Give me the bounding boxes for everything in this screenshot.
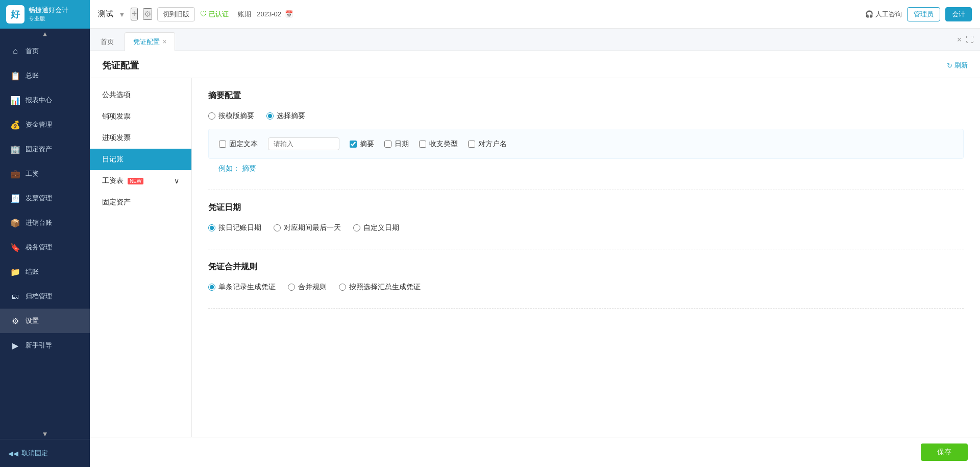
sidebar-item-tax[interactable]: 🔖 税务管理 (0, 235, 90, 260)
sidebar-scroll-up[interactable]: ▲ (0, 29, 90, 39)
sidebar-item-reports[interactable]: 📊 报表中心 (0, 88, 90, 112)
sidebar-item-archive[interactable]: 🗂 归档管理 (0, 284, 90, 309)
radio-template-input[interactable] (208, 112, 215, 120)
consult-button[interactable]: 🎧 人工咨询 (865, 10, 902, 19)
merge-radio-group: 单条记录生成凭证 合并规则 按照选择汇总生成凭证 (208, 283, 964, 292)
sidebar-item-label: 首页 (26, 46, 39, 56)
sidebar-item-fixed-assets[interactable]: 🏢 固定资产 (0, 137, 90, 161)
sidebar-item-guide[interactable]: ▶ 新手引导 (0, 333, 90, 358)
sidebar-item-settings[interactable]: ⚙ 设置 (0, 309, 90, 333)
radio-select-input[interactable] (266, 112, 274, 120)
sidebar-item-ledger[interactable]: 📋 总账 (0, 63, 90, 88)
radio-single-record[interactable]: 单条记录生成凭证 (208, 283, 276, 292)
divider-3 (208, 308, 964, 309)
radio-select-label: 选择摘要 (277, 111, 305, 121)
summary-checkbox-row: 固定文本 摘要 日期 收支类型 (208, 129, 964, 159)
manager-button[interactable]: 管理员 (907, 7, 940, 21)
radio-template-label: 按模版摘要 (218, 111, 254, 121)
footer: 保存 (90, 437, 980, 467)
sidebar-item-invoice[interactable]: 🧾 发票管理 (0, 186, 90, 211)
radio-single-input[interactable] (208, 284, 215, 291)
certified-status: 🛡 已认证 (200, 10, 229, 19)
counterpart-label: 对方户名 (478, 139, 507, 149)
radio-merge-label: 合并规则 (298, 283, 327, 292)
radio-journal-date-input[interactable] (208, 224, 215, 231)
tab-close-icon[interactable]: × (163, 38, 166, 45)
sidebar-item-sales-ledger[interactable]: 📦 进销台账 (0, 211, 90, 235)
refresh-icon: ↻ (947, 62, 952, 69)
ledger-icon: 📋 (10, 71, 20, 81)
add-button[interactable]: + (131, 8, 138, 20)
funds-icon: 💰 (10, 120, 20, 130)
tab-bar: 首页 凭证配置 × × ⛶ (90, 29, 980, 51)
radio-journal-date[interactable]: 按日记账日期 (208, 223, 261, 232)
summary-section-title: 摘要配置 (208, 90, 964, 101)
income-type-label: 收支类型 (429, 139, 458, 149)
sidebar-item-label: 结账 (26, 267, 39, 276)
home-icon: ⌂ (10, 46, 20, 56)
fixed-text-checkbox[interactable] (219, 141, 226, 148)
sidebar-item-label: 税务管理 (26, 243, 52, 252)
tax-icon: 🔖 (10, 243, 20, 252)
tab-voucher-config[interactable]: 凭证配置 × (125, 32, 175, 51)
summary-checkbox[interactable] (350, 141, 357, 148)
radio-summary-generate[interactable]: 按照选择汇总生成凭证 (339, 283, 421, 292)
switch-old-version-button[interactable]: 切到旧版 (157, 7, 195, 21)
radio-journal-date-label: 按日记账日期 (218, 223, 261, 232)
sidebar-item-home[interactable]: ⌂ 首页 (0, 39, 90, 63)
fixed-text-input[interactable] (268, 137, 339, 150)
radio-period-last-input[interactable] (274, 224, 281, 231)
radio-period-last[interactable]: 对应期间最后一天 (274, 223, 341, 232)
page-title: 凭证配置 (102, 59, 139, 72)
save-button[interactable]: 保存 (921, 443, 968, 461)
radio-summary-input[interactable] (339, 284, 346, 291)
guide-icon: ▶ (10, 341, 20, 351)
sidebar-item-funds[interactable]: 💰 资金管理 (0, 112, 90, 137)
sidebar-item-payroll[interactable]: 💼 工资 (0, 161, 90, 186)
sidebar-bottom: ◀◀ 取消固定 (0, 439, 90, 467)
tab-close-all-button[interactable]: × (957, 35, 962, 44)
main-area: 测试 ▼ + ⚙ 切到旧版 🛡 已认证 账期 2023-02 📅 🎧 人工咨询 … (90, 0, 980, 467)
radio-custom-date[interactable]: 自定义日期 (353, 223, 399, 232)
radio-merge-input[interactable] (288, 284, 295, 291)
income-type-checkbox[interactable] (419, 141, 426, 148)
merge-section-title: 凭证合并规则 (208, 262, 964, 272)
checkbox-income-type: 收支类型 (419, 139, 458, 149)
cancel-fixed-button[interactable]: ◀◀ 取消固定 (0, 445, 90, 462)
sidebar-item-label: 归档管理 (26, 292, 52, 301)
topbar: 测试 ▼ + ⚙ 切到旧版 🛡 已认证 账期 2023-02 📅 🎧 人工咨询 … (90, 0, 980, 29)
counterpart-checkbox[interactable] (468, 141, 475, 148)
refresh-button[interactable]: ↻ 刷新 (947, 61, 968, 70)
sidebar-item-settle[interactable]: 📁 结账 (0, 260, 90, 284)
left-nav-item-payroll[interactable]: 工资表 NEW ∨ (90, 170, 191, 192)
date-checkbox[interactable] (384, 141, 391, 148)
payroll-icon: 💼 (10, 169, 20, 179)
radio-single-label: 单条记录生成凭证 (218, 283, 276, 292)
sidebar-item-label: 资金管理 (26, 120, 52, 129)
summary-checkbox-label: 摘要 (360, 139, 374, 149)
tab-home[interactable]: 首页 (92, 32, 122, 51)
gear-button[interactable]: ⚙ (143, 8, 152, 20)
radio-merge-rules[interactable]: 合并规则 (288, 283, 327, 292)
sidebar-item-label: 发票管理 (26, 194, 52, 203)
radio-select-summary[interactable]: 选择摘要 (266, 111, 305, 121)
radio-custom-date-input[interactable] (353, 224, 360, 231)
left-nav-item-sales-invoice[interactable]: 销项发票 (90, 106, 191, 127)
left-nav-item-journal[interactable]: 日记账 (90, 149, 191, 170)
sidebar-scroll-down[interactable]: ▼ (0, 429, 90, 439)
left-nav-item-fixed-assets[interactable]: 固定资产 (90, 192, 191, 213)
divider-1 (208, 190, 964, 190)
sidebar-item-label: 新手引导 (26, 341, 52, 350)
tab-expand-button[interactable]: ⛶ (966, 35, 974, 44)
left-nav-item-purchase-invoice[interactable]: 进项发票 (90, 127, 191, 149)
accountant-button[interactable]: 会计 (945, 7, 972, 21)
checkbox-counterpart: 对方户名 (468, 139, 507, 149)
sidebar-logo: 好 畅捷通好会计 专业版 (0, 0, 90, 29)
checkbox-date: 日期 (384, 139, 409, 149)
radio-template-summary[interactable]: 按模版摘要 (208, 111, 254, 121)
company-dropdown-icon[interactable]: ▼ (118, 10, 126, 18)
cancel-fixed-label: 取消固定 (21, 449, 48, 458)
left-nav-item-public[interactable]: 公共选项 (90, 84, 191, 106)
date-radio-group: 按日记账日期 对应期间最后一天 自定义日期 (208, 223, 964, 232)
cancel-fixed-icon: ◀◀ (8, 450, 18, 457)
